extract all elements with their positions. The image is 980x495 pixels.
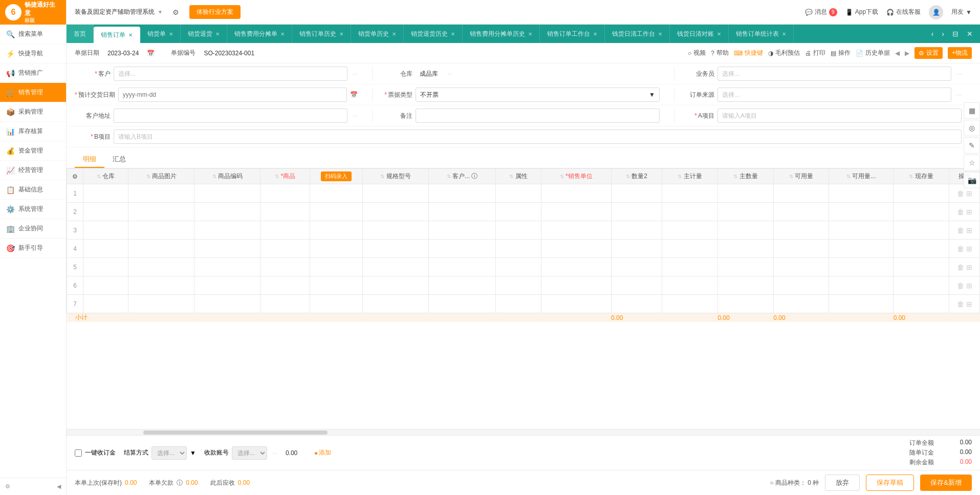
row-delete-icon[interactable]: 🗑 [957, 300, 964, 308]
scrollbar-thumb[interactable] [143, 431, 328, 435]
cell-product-code[interactable] [194, 258, 260, 276]
address-more-icon[interactable]: ··· [353, 112, 358, 119]
order-source-more-icon[interactable]: ··· [956, 91, 962, 98]
order-source-input[interactable] [717, 88, 951, 102]
cell-spec[interactable] [362, 221, 428, 240]
row-delete-icon[interactable]: 🗑 [957, 226, 964, 234]
sidebar-item-enterprise[interactable]: 🏢企业协同 [0, 219, 66, 239]
row-copy-icon[interactable]: ⊞ [966, 208, 972, 216]
col-settings[interactable]: ⚙ [67, 169, 83, 184]
one-click-checkbox[interactable] [75, 449, 82, 457]
cell-spec[interactable] [362, 276, 428, 295]
delivery-date-input[interactable] [118, 88, 347, 102]
payment-method-select[interactable]: 选择... [151, 446, 187, 460]
sidebar-item-marketing[interactable]: 📢营销推广 [0, 63, 66, 83]
cell-product[interactable] [260, 258, 310, 276]
right-panel-btn-4[interactable]: ☆ [964, 155, 980, 171]
right-panel-btn-2[interactable]: ◎ [964, 120, 980, 136]
cell-attribute[interactable] [496, 203, 541, 221]
cell-qty2[interactable] [611, 184, 662, 203]
settings-button[interactable]: ⚙ 设置 [914, 47, 943, 59]
tab-sales_expense_split[interactable]: 销售费用分摊单✕ [227, 25, 292, 43]
account-more-icon[interactable]: ··· [272, 449, 277, 457]
cell-sales-unit[interactable] [541, 258, 611, 276]
operation-btn[interactable]: ▤ 操作 [831, 49, 851, 57]
invoice-type-select[interactable]: 不开票 ▼ [416, 88, 660, 102]
row-delete-icon[interactable]: 🗑 [957, 282, 964, 290]
cell-product[interactable] [260, 221, 310, 240]
cell-customer-code[interactable] [428, 276, 495, 295]
cell-customer-code[interactable] [428, 295, 495, 313]
cell-product-code[interactable] [194, 184, 260, 203]
cell-warehouse[interactable] [83, 240, 128, 258]
tab-close-sales_invoice_history[interactable]: ✕ [392, 31, 396, 37]
date-value[interactable]: 2023-03-24 [107, 50, 139, 57]
cell-qty2[interactable] [611, 295, 662, 313]
cell-sales-unit[interactable] [541, 221, 611, 240]
delivery-calendar-icon[interactable]: 📅 [350, 91, 358, 98]
system-dropdown-arrow[interactable]: ▼ [158, 9, 163, 15]
cell-attribute[interactable] [496, 240, 541, 258]
customer-input[interactable] [114, 67, 347, 81]
scan-button[interactable]: 扫码录入 [321, 171, 352, 181]
tab-close-all-button[interactable]: ✕ [964, 29, 976, 39]
warehouse-more-icon[interactable]: ··· [447, 70, 452, 77]
print-btn[interactable]: 🖨 打印 [805, 49, 825, 57]
cell-spec[interactable] [362, 258, 428, 276]
cell-warehouse[interactable] [83, 295, 128, 313]
sidebar-collapse-icon[interactable]: ◀ [57, 483, 61, 490]
tab-close-sales_order_workbench[interactable]: ✕ [593, 31, 597, 37]
notification-button[interactable]: 💬 消息 9 [805, 8, 837, 16]
cell-qty2[interactable] [611, 203, 662, 221]
cell-product-code[interactable] [194, 240, 260, 258]
cell-product[interactable] [260, 276, 310, 295]
tab-sales_invoice[interactable]: 销货单✕ [140, 25, 181, 43]
tab-next-button[interactable]: › [939, 30, 947, 38]
warehouse-value[interactable]: 成品库 [416, 70, 442, 78]
tab-sales_order_workbench[interactable]: 销售订单工作台✕ [540, 25, 605, 43]
cell-customer-code[interactable] [428, 203, 495, 221]
cell-qty2[interactable] [611, 258, 662, 276]
cell-spec[interactable] [362, 240, 428, 258]
add-button[interactable]: ● 添加 [314, 448, 331, 457]
cell-warehouse[interactable] [83, 203, 128, 221]
account-select[interactable]: 选择... [232, 446, 267, 460]
cell-attribute[interactable] [496, 184, 541, 203]
cell-warehouse[interactable] [83, 184, 128, 203]
row-copy-icon[interactable]: ⊞ [966, 226, 972, 234]
online-service-button[interactable]: 🎧 在线客服 [886, 8, 921, 16]
shortcut-btn[interactable]: ⌨ 快捷键 [734, 49, 763, 57]
sidebar-item-basic[interactable]: 📋基础信息 [0, 180, 66, 200]
tab-cash_reconcile[interactable]: 钱货日清对账✕ [670, 25, 729, 43]
sidebar-item-quicknav[interactable]: ⚡快捷导航 [0, 44, 66, 63]
row-copy-icon[interactable]: ⊞ [966, 245, 972, 253]
help-btn[interactable]: ? 帮助 [711, 49, 729, 57]
row-copy-icon[interactable]: ⊞ [966, 189, 972, 198]
cell-sales-unit[interactable] [541, 276, 611, 295]
tab-close-sales_invoice[interactable]: ✕ [169, 31, 173, 37]
tab-sales_return[interactable]: 销货退货✕ [181, 25, 227, 43]
cell-qty2[interactable] [611, 221, 662, 240]
tab-cash_daily[interactable]: 钱货日清工作台✕ [605, 25, 670, 43]
cell-warehouse[interactable] [83, 276, 128, 295]
tab-close-cash_reconcile[interactable]: ✕ [717, 31, 721, 37]
customer-address-input[interactable] [114, 109, 347, 123]
tab-more-button[interactable]: ⊟ [949, 29, 962, 39]
tab-sales_stat[interactable]: 销售订单统计表✕ [729, 25, 794, 43]
toolbar-nav-prev[interactable]: ◀ [895, 50, 900, 57]
right-panel-btn-1[interactable]: ▦ [964, 102, 980, 119]
user-avatar[interactable]: 👤 [929, 5, 943, 19]
horizontal-scrollbar[interactable] [67, 429, 980, 435]
cell-customer-code[interactable] [428, 258, 495, 276]
row-delete-icon[interactable]: 🗑 [957, 263, 964, 271]
sidebar-item-system[interactable]: ⚙️系统管理 [0, 200, 66, 219]
tab-detail[interactable]: 明细 [75, 152, 104, 168]
calendar-icon[interactable]: 📅 [147, 50, 155, 57]
cell-qty2[interactable] [611, 240, 662, 258]
profit-btn[interactable]: ◑ 毛利预估 [768, 49, 800, 57]
tab-close-cash_daily[interactable]: ✕ [658, 31, 662, 37]
save-draft-button[interactable]: 保存草稿 [866, 475, 914, 491]
add-material-button[interactable]: +物流 [948, 47, 972, 59]
tab-prev-button[interactable]: ‹ [928, 30, 937, 38]
tab-close-sales_order[interactable]: ✕ [128, 32, 133, 38]
